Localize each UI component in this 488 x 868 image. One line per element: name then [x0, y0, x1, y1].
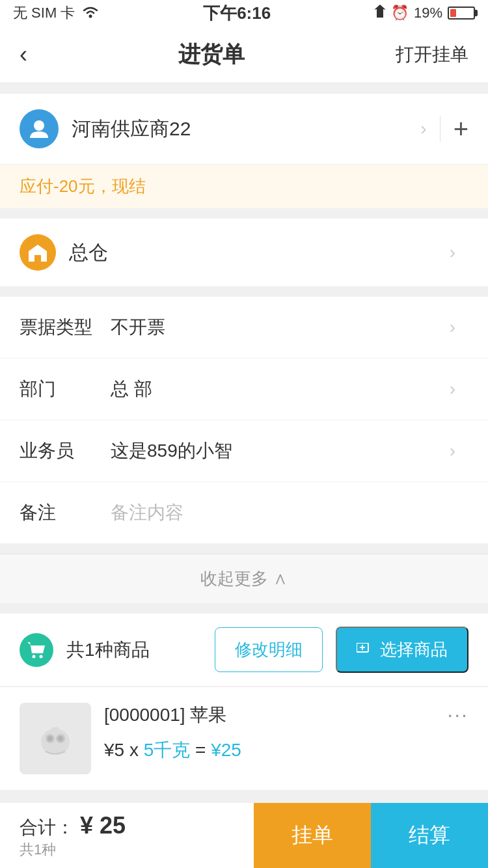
page-title: 进货单	[178, 40, 245, 70]
svg-point-1	[34, 120, 44, 131]
bottom-bar: 合计： ¥ 25 共1种 挂单 结算	[0, 803, 488, 868]
svg-point-11	[47, 736, 53, 741]
svg-point-12	[58, 736, 63, 741]
select-product-label: 选择商品	[380, 638, 448, 661]
carrier-text: 无 SIM 卡	[13, 3, 75, 23]
product-card: [0000001] 苹果 ¥5 x 5千克 = ¥25 ···	[0, 687, 488, 790]
total-value: ¥ 25	[80, 812, 126, 839]
svg-rect-2	[34, 255, 41, 262]
collapse-row[interactable]: 收起更多 ∧	[0, 554, 488, 603]
back-button[interactable]: ‹	[20, 41, 27, 68]
supplier-name: 河南供应商22	[72, 116, 420, 142]
product-count: 共1种商品	[66, 638, 202, 662]
status-bar: 无 SIM 卡 下午6:16 ⏰ 19%	[0, 0, 488, 26]
supplier-row[interactable]: 河南供应商22 › +	[0, 94, 488, 165]
salesperson-row[interactable]: 业务员 这是859的小智 ›	[0, 420, 488, 482]
warehouse-chevron-icon: ›	[450, 242, 455, 263]
salesperson-value: 这是859的小智	[98, 439, 450, 463]
total-count: 共1种	[20, 840, 234, 860]
supplier-section: 河南供应商22 › + 应付-20元，现结	[0, 94, 488, 208]
product-name: [0000001] 苹果	[104, 703, 434, 727]
edit-detail-button[interactable]: 修改明细	[215, 627, 323, 672]
department-label: 部门	[20, 377, 98, 401]
alert-banner: 应付-20元，现结	[0, 165, 488, 208]
open-pending-button[interactable]: 打开挂单	[396, 42, 468, 67]
checkout-button[interactable]: 结算	[371, 803, 488, 868]
supplier-chevron-icon: ›	[420, 118, 426, 139]
status-right: ⏰ 19%	[374, 5, 475, 21]
invoice-value: 不开票	[98, 315, 450, 340]
wifi-icon	[81, 4, 100, 22]
alarm-icon: ⏰	[391, 5, 409, 21]
location-icon	[374, 5, 386, 21]
department-chevron-icon: ›	[450, 379, 455, 400]
warehouse-name: 总仓	[69, 239, 450, 266]
form-section: 票据类型 不开票 › 部门 总 部 › 业务员 这是859的小智 › 备注 备注…	[0, 297, 488, 543]
add-button[interactable]: +	[454, 115, 468, 144]
select-product-button[interactable]: 选择商品	[336, 627, 468, 673]
more-options-button[interactable]: ···	[447, 703, 468, 727]
total-section: 合计： ¥ 25 共1种	[0, 812, 254, 860]
salesperson-chevron-icon: ›	[450, 441, 455, 461]
svg-point-4	[40, 655, 43, 658]
remark-row[interactable]: 备注 备注内容	[0, 482, 488, 543]
remark-placeholder[interactable]: 备注内容	[98, 500, 468, 525]
battery-percent: 19%	[414, 5, 442, 21]
product-header: 共1种商品 修改明细 选择商品	[0, 614, 488, 686]
vertical-divider	[440, 116, 441, 142]
salesperson-label: 业务员	[20, 439, 98, 463]
svg-point-3	[33, 655, 36, 658]
svg-point-0	[89, 15, 92, 18]
warehouse-section: 总仓 ›	[0, 219, 488, 286]
product-info: [0000001] 苹果 ¥5 x 5千克 = ¥25	[104, 703, 434, 763]
warehouse-row[interactable]: 总仓 ›	[0, 219, 488, 286]
product-price: ¥5 x 5千克 = ¥25	[104, 738, 434, 763]
total-amount: 合计： ¥ 25	[20, 812, 234, 840]
nav-bar: ‹ 进货单 打开挂单	[0, 26, 488, 83]
cart-icon	[20, 633, 53, 667]
total-label: 合计：	[20, 817, 74, 837]
invoice-chevron-icon: ›	[450, 317, 455, 338]
invoice-row[interactable]: 票据类型 不开票 ›	[0, 297, 488, 359]
product-thumbnail	[20, 703, 91, 774]
remark-label: 备注	[20, 500, 98, 525]
invoice-label: 票据类型	[20, 315, 98, 340]
battery-icon	[448, 7, 475, 20]
hang-button[interactable]: 挂单	[254, 803, 371, 868]
status-time: 下午6:16	[203, 2, 271, 25]
warehouse-icon	[20, 234, 56, 271]
department-row[interactable]: 部门 总 部 ›	[0, 359, 488, 420]
status-left: 无 SIM 卡	[13, 3, 100, 23]
department-value: 总 部	[98, 377, 450, 401]
supplier-avatar	[20, 109, 59, 148]
